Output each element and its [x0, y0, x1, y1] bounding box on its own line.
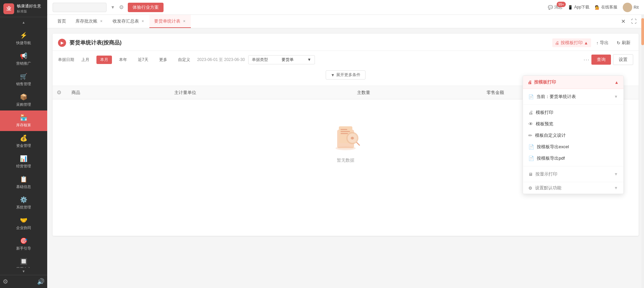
trial-btn[interactable]: 体验行业方案	[128, 3, 164, 12]
tab-home-label: 首页	[57, 18, 66, 24]
tab-close-receipts-summary[interactable]: ×	[141, 19, 145, 24]
page-title: 要货单统计表(按商品)	[69, 39, 122, 46]
more-options-icon[interactable]: ⋯	[583, 56, 589, 63]
set-default-label: 设置默认功能	[535, 185, 561, 191]
app-download-item[interactable]: 📱 App下载	[568, 4, 589, 10]
item-left: 📄 按模板导出excel	[528, 144, 569, 150]
app-download-icon: 📱	[568, 5, 573, 10]
dropdown-display-print-section: 🖥 按显示打印 ▼	[523, 166, 623, 182]
online-service-item[interactable]: 💁 在线客服	[595, 4, 617, 10]
sidebar-item-inventory[interactable]: 🏪 库存核算	[0, 110, 47, 131]
app-logo: 业 畅康通好生意 标准版	[0, 0, 47, 17]
logo-icon: 业	[3, 3, 14, 14]
sidebar-item-purchase[interactable]: 📦 采购管理	[0, 90, 47, 110]
svg-rect-3	[341, 129, 347, 130]
svg-rect-5	[341, 133, 348, 134]
item-left: 🖨 模板打印	[528, 109, 553, 116]
tab-inventory-batch[interactable]: 库存批次账 ×	[71, 15, 108, 28]
user-avatar-area[interactable]: Rit	[623, 3, 639, 12]
avatar	[623, 3, 632, 12]
sidebar-item-enterprise[interactable]: 🤝 企业协同	[0, 213, 47, 234]
query-btn[interactable]: 查询	[591, 55, 611, 65]
refresh-icon: ↻	[617, 40, 620, 45]
sidebar-item-basic[interactable]: 📋 基础信息	[0, 172, 47, 193]
sidebar-item-sales[interactable]: 🛒 销售管理	[0, 69, 47, 90]
dropdown-set-default[interactable]: ⚙ 设置默认功能 ▼	[523, 182, 623, 194]
dropdown-export-pdf[interactable]: 📄 按模板导出pdf	[523, 153, 623, 164]
settings-btn[interactable]: 设置	[613, 54, 633, 65]
topbar-gear-icon[interactable]: ⚙	[119, 4, 124, 10]
dropdown-current-template[interactable]: 📄 当前：要货单统计表 ▼	[523, 91, 623, 102]
filter-prev-month[interactable]: 上月	[78, 56, 93, 64]
dropdown-template-actions: 🖨 模板打印 👁 模板预览 ✏ 模板自定义设计	[523, 105, 623, 166]
dropdown-current-left: 📄 当前：要货单统计表	[528, 94, 576, 100]
enterprise-icon: 🤝	[20, 217, 27, 224]
sidebar-item-quick-nav[interactable]: ⚡ 快捷导航	[0, 28, 47, 49]
print-btn-label: 按模板打印	[561, 40, 583, 46]
tab-close-order-stats[interactable]: ×	[182, 19, 186, 24]
page-header: ▶ 要货单统计表(按商品) 🖨 按模板打印 ▲ ↑ 导出	[53, 34, 639, 51]
template-preview-icon: 👁	[528, 121, 533, 127]
sidebar-item-newbie[interactable]: 🎯 新手引导	[0, 234, 47, 254]
dropdown-display-print[interactable]: 🖥 按显示打印 ▼	[523, 168, 623, 180]
current-template-arrow: ▼	[614, 94, 618, 99]
dropdown-title: 按模板打印	[534, 79, 556, 85]
sidebar-scroll-up[interactable]: ▲	[0, 19, 47, 26]
sidebar-item-finance[interactable]: 💰 资金管理	[0, 131, 47, 152]
topbar-search-input[interactable]	[53, 3, 107, 12]
dropdown-set-default-section: ⚙ 设置默认功能 ▼	[523, 182, 623, 194]
message-item[interactable]: 💬 消息 99+	[548, 4, 562, 10]
chevron-right-icon: ▶	[61, 40, 64, 45]
set-default-arrow: ▼	[614, 186, 618, 190]
print-btn-arrow: ▲	[584, 40, 588, 45]
dropdown-collapse-icon[interactable]: ▲	[614, 80, 619, 85]
tab-receipts-summary[interactable]: 收发存汇总表 ×	[108, 15, 149, 28]
tab-home[interactable]: 首页	[53, 15, 71, 28]
tab-order-stats[interactable]: 要货单统计表 ×	[149, 15, 191, 28]
page-actions: 🖨 按模板打印 ▲ ↑ 导出 ↻ 刷新	[552, 38, 633, 47]
dropdown-current-section: 📄 当前：要货单统计表 ▼	[523, 89, 623, 105]
filter-current-year[interactable]: 本年	[115, 56, 131, 64]
basic-icon: 📋	[20, 175, 27, 183]
sidebar-item-label: 销售管理	[16, 82, 31, 87]
tab-close-inventory-batch[interactable]: ×	[99, 19, 103, 24]
sidebar-item-marketing[interactable]: 📢 营销推广	[0, 49, 47, 69]
dropdown-template-print[interactable]: 🖨 模板打印	[523, 107, 623, 118]
filter-last-7-days[interactable]: 近7天	[134, 56, 152, 64]
dropdown-template-design[interactable]: ✏ 模板自定义设计	[523, 130, 623, 141]
order-type-select[interactable]: 单据类型 要货单 ▼	[248, 55, 315, 64]
dropdown-export-excel[interactable]: 📄 按模板导出excel	[523, 141, 623, 153]
right-scrollbar[interactable]	[641, 28, 644, 288]
expand-more-conditions[interactable]: ▼ 展开更多条件	[326, 70, 365, 79]
svg-line-9	[357, 142, 359, 145]
refresh-btn[interactable]: ↻ 刷新	[614, 38, 633, 47]
close-tab-window-btn[interactable]: ✕	[618, 17, 628, 26]
sidebar-scroll-down[interactable]: ▼	[0, 268, 47, 275]
table-settings-icon[interactable]: ⚙	[57, 90, 61, 95]
main-area: ▼ ⚙ 体验行业方案 💬 消息 99+ 📱 App下载 💁 在线客服 Rit	[47, 0, 644, 288]
finance-icon: 💰	[20, 134, 27, 142]
sidebar: 业 畅康通好生意 标准版 🔍 搜索菜单 ▲ ⚡ 快捷导航 📢 营销推广 🛒 销售…	[0, 0, 47, 288]
audio-icon[interactable]: 🔊	[37, 278, 45, 285]
settings-icon[interactable]: ⚙	[3, 278, 8, 285]
print-btn[interactable]: 🖨 按模板打印 ▲	[552, 38, 591, 47]
sidebar-item-system[interactable]: ⚙️ 系统管理	[0, 193, 47, 213]
inventory-icon: 🏪	[20, 114, 27, 121]
export-btn[interactable]: ↑ 导出	[594, 38, 612, 47]
app-name-area: 畅康通好生意 标准版	[17, 4, 41, 14]
dropdown-template-preview[interactable]: 👁 模板预览	[523, 118, 623, 130]
tab-label: 要货单统计表	[154, 18, 180, 24]
filter-row-1: 单据日期 上月 本月 本年 近7天 更多 自定义 2023-06-01 至 20…	[58, 54, 633, 65]
filter-current-month[interactable]: 本月	[96, 56, 112, 64]
display-print-label: 按显示打印	[535, 171, 557, 177]
filter-more[interactable]: 更多	[155, 56, 171, 64]
topbar-dropdown-icon[interactable]: ▼	[111, 5, 115, 10]
filter-custom[interactable]: 自定义	[174, 56, 194, 64]
page-area: ▶ 要货单统计表(按商品) 🖨 按模板打印 ▲ ↑ 导出	[47, 28, 644, 288]
message-icon: 💬	[548, 5, 553, 10]
sidebar-item-operations[interactable]: 📊 经营管理	[0, 152, 47, 172]
current-template-label: 当前：要货单统计表	[536, 94, 576, 100]
expand-tab-window-btn[interactable]: ⛶	[629, 17, 639, 26]
app-version: 标准版	[17, 9, 41, 14]
collapse-sidebar-btn[interactable]: ▶	[58, 39, 66, 47]
